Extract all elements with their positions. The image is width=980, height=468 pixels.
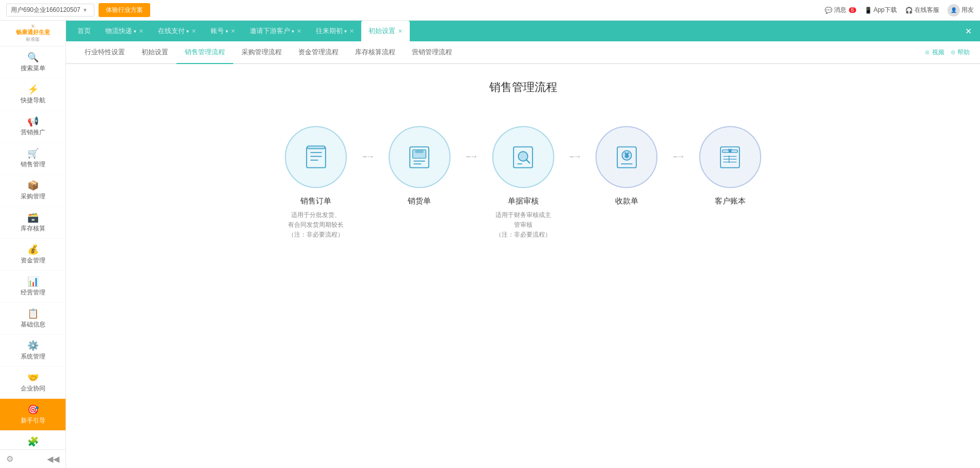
sidebar-item-apps[interactable]: 🧩 应用中心 (0, 431, 66, 449)
audit-icon (509, 143, 537, 171)
collapse-icon[interactable]: ◀◀ (47, 454, 59, 464)
logo-subtitle: 标准版 (16, 36, 50, 43)
sidebar-item-finance[interactable]: 💰 资金管理 (0, 239, 66, 271)
tab-account-label: 账号 (211, 26, 224, 36)
messages-label: 消息 (834, 6, 846, 14)
flow-circle-receipt: ¥ (596, 126, 657, 188)
flow-arrow-4: - - → (673, 126, 684, 161)
arrow-icon-2: ▾ (186, 28, 189, 34)
subtab-finance-flow[interactable]: 资金管理流程 (290, 41, 347, 64)
close-period-icon[interactable]: ✕ (349, 28, 354, 35)
online-service-button[interactable]: 🎧 在线客服 (905, 6, 939, 14)
sidebar-item-quick[interactable]: ⚡ 快捷导航 (0, 79, 66, 111)
close-invite-icon[interactable]: ✕ (297, 28, 301, 35)
tab-home[interactable]: 首页 (70, 21, 98, 41)
sidebar-item-collab[interactable]: 🤝 企业协同 (0, 367, 66, 399)
tab-payment[interactable]: 在线支付 ▾ ✕ (151, 21, 203, 41)
sidebar-label-guide: 新手引导 (21, 416, 45, 425)
video-link[interactable]: ⊙ 视频 (925, 48, 944, 57)
guide-icon: 🎯 (27, 404, 39, 415)
basic-icon: 📋 (27, 308, 39, 319)
flow-circle-sales-order (285, 126, 347, 188)
inventory-icon: 🗃️ (27, 212, 39, 223)
collab-icon: 🤝 (27, 372, 39, 383)
tab-invite[interactable]: 邀请下游客户 ▾ ✕ (243, 21, 309, 41)
flow-label-sales-order: 销售订单 (300, 196, 331, 206)
subtab-sales-flow[interactable]: 销售管理流程 (176, 41, 233, 64)
sidebar-label-inventory: 库存核算 (21, 224, 45, 233)
avatar: 👤 (947, 4, 960, 17)
sidebar-label-search: 搜索菜单 (21, 64, 45, 73)
sidebar-item-inventory[interactable]: 🗃️ 库存核算 (0, 207, 66, 239)
svg-text:🐰: 🐰 (31, 24, 35, 28)
flow-diagram: 销售订单 适用于分批发货、有合同发货周期较长（注：非必要流程） - - → (87, 126, 959, 240)
close-logistics-icon[interactable]: ✕ (139, 28, 143, 35)
subtab-industry-label: 行业特性设置 (85, 48, 125, 56)
tab-period-label: 往来期初 (316, 26, 343, 36)
tab-init[interactable]: 初始设置 ✕ (361, 21, 410, 41)
user-menu[interactable]: 👤 用友 (947, 4, 974, 17)
close-init-icon[interactable]: ✕ (398, 28, 403, 35)
user-name-label: 用友 (961, 6, 974, 14)
settings-icon[interactable]: ⚙ (6, 454, 13, 464)
flow-arrow-2: - - → (466, 126, 477, 161)
tab-period[interactable]: 往来期初 ▾ ✕ (309, 21, 361, 41)
flow-arrow-3: - - → (570, 126, 581, 161)
sidebar-label-collab: 企业协同 (21, 384, 45, 393)
close-account-icon[interactable]: ✕ (231, 28, 235, 35)
flow-circle-sales-invoice (389, 126, 451, 188)
tab-logistics[interactable]: 物流快递 ▾ ✕ (98, 21, 151, 41)
close-payment-icon[interactable]: ✕ (191, 28, 196, 35)
svg-rect-2 (307, 147, 326, 167)
logo-title: 畅康通好生意 (16, 28, 50, 36)
sidebar-item-guide[interactable]: 🎯 新手引导 (0, 399, 66, 431)
help-link[interactable]: ⊙ 帮助 (951, 48, 970, 57)
sidebar-item-basic[interactable]: 📋 基础信息 (0, 303, 66, 335)
operation-icon: 📊 (27, 276, 39, 287)
user-label: 用户690企业1660120507 (11, 6, 81, 14)
sidebar-label-quick: 快捷导航 (21, 96, 45, 105)
flow-item-sales-invoice: 销货单 (373, 126, 466, 210)
subtab-finance-flow-label: 资金管理流程 (298, 48, 339, 56)
subtab-inventory-flow[interactable]: 库存核算流程 (347, 41, 404, 64)
headset-icon: 🎧 (905, 7, 913, 14)
subtab-initial[interactable]: 初始设置 (133, 41, 176, 64)
sub-tabs-right: ⊙ 视频 ⊙ 帮助 (925, 48, 970, 57)
purchase-icon: 📦 (27, 180, 39, 191)
messages-button[interactable]: 💬 消息 6 (825, 6, 856, 14)
logo-icon: 🐰 (24, 24, 42, 28)
subtab-industry[interactable]: 行业特性设置 (76, 41, 133, 64)
subtab-purchase-flow[interactable]: 采购管理流程 (233, 41, 290, 64)
sidebar: 🐰 畅康通好生意 标准版 🔍 搜索菜单 ⚡ 快捷导航 📢 营销推广 🛒 (0, 21, 66, 468)
nav-close-button[interactable]: ✕ (961, 26, 976, 36)
sidebar-item-search[interactable]: 🔍 搜索菜单 (0, 46, 66, 79)
sidebar-item-marketing[interactable]: 📢 营销推广 (0, 111, 66, 143)
trial-button[interactable]: 体验行业方案 (99, 3, 150, 17)
flow-item-receipt: ¥ 收款单 (580, 126, 673, 210)
message-badge: 6 (849, 7, 856, 13)
sidebar-item-sales[interactable]: 🛒 销售管理 (0, 143, 66, 175)
tab-payment-label: 在线支付 (158, 26, 185, 36)
app-download-button[interactable]: 📱 App下载 (864, 6, 897, 14)
message-icon: 💬 (825, 7, 832, 14)
finance-icon: 💰 (27, 244, 39, 255)
sidebar-item-purchase[interactable]: 📦 采购管理 (0, 175, 66, 207)
logo-area: 🐰 畅康通好生意 标准版 (0, 21, 66, 46)
main-layout: 🐰 畅康通好生意 标准版 🔍 搜索菜单 ⚡ 快捷导航 📢 营销推广 🛒 (0, 21, 980, 468)
sidebar-label-sales: 销售管理 (21, 160, 45, 169)
svg-text:¥: ¥ (624, 151, 629, 159)
sidebar-item-operation[interactable]: 📊 经营管理 (0, 271, 66, 303)
system-icon: ⚙️ (27, 340, 39, 351)
subtab-marketing-flow-label: 营销管理流程 (412, 48, 452, 56)
flow-desc-sales-order: 适用于分批发货、有合同发货周期较长（注：非必要流程） (288, 210, 344, 240)
subtab-marketing-flow[interactable]: 营销管理流程 (404, 41, 460, 64)
arrow-icon: ▾ (134, 28, 136, 34)
user-selector[interactable]: 用户690企业1660120507 ▼ (6, 4, 94, 17)
flow-item-sales-order: 销售订单 适用于分批发货、有合同发货周期较长（注：非必要流程） (269, 126, 362, 240)
tab-account[interactable]: 账号 ▾ ✕ (203, 21, 243, 41)
flow-item-customer-ledger: ¥ 客户账本 (684, 126, 777, 210)
flow-item-audit: 单据审核 适用于财务审核或主管审核（注：非必要流程） (477, 126, 570, 240)
sidebar-label-basic: 基础信息 (21, 320, 45, 329)
arrow-icon-5: ▾ (344, 28, 347, 34)
sidebar-item-system[interactable]: ⚙️ 系统管理 (0, 335, 66, 367)
